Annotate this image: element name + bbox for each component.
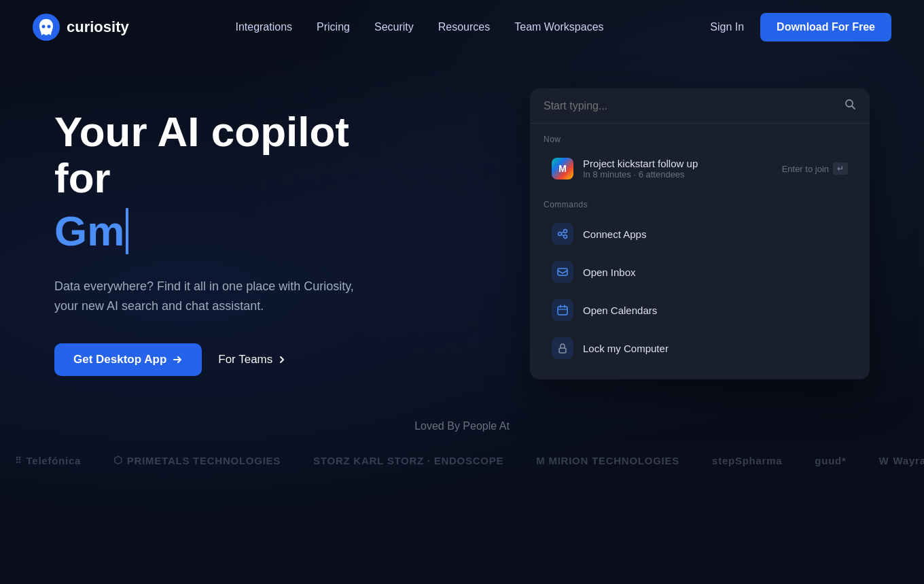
now-label: Now (544, 135, 856, 144)
download-button[interactable]: Download For Free (760, 13, 891, 41)
command-connect-apps[interactable]: Connect Apps (544, 216, 856, 252)
hero-buttons: Get Desktop App For Teams (54, 343, 408, 376)
svg-rect-8 (558, 307, 567, 315)
for-teams-button[interactable]: For Teams (218, 353, 287, 366)
svg-point-4 (558, 233, 562, 236)
logo-steppharma: stepSpharma (712, 455, 782, 466)
google-meet-icon: M (552, 158, 573, 179)
command-lock-computer[interactable]: Lock my Computer (544, 330, 856, 366)
logo-text: curiosity (67, 18, 129, 36)
svg-point-2 (48, 25, 51, 29)
get-desktop-app-button[interactable]: Get Desktop App (54, 343, 202, 376)
svg-point-5 (564, 230, 567, 233)
nav-links: Integrations Pricing Security Resources … (235, 21, 603, 33)
open-inbox-label: Open Inbox (583, 267, 636, 278)
meeting-content: Project kickstart follow up In 8 minutes… (583, 158, 772, 179)
logos-section: Loved By People At AIRBUS ⠿ Telefónica ⬡… (0, 379, 924, 480)
logo-telefonica: ⠿ Telefónica (15, 455, 81, 466)
logo-link[interactable]: curiosity (33, 14, 129, 41)
text-cursor (126, 208, 128, 254)
command-open-inbox[interactable]: Open Inbox (544, 254, 856, 290)
connect-apps-label: Connect Apps (583, 228, 646, 240)
svg-point-6 (564, 235, 567, 239)
nav-pricing[interactable]: Pricing (317, 21, 350, 33)
open-calendars-label: Open Calendars (583, 305, 657, 316)
meeting-title: Project kickstart follow up (583, 158, 772, 169)
hero-animated-word: Gm (54, 207, 408, 255)
commands-label: Commands (544, 200, 856, 209)
chevron-right-icon (277, 354, 287, 365)
logo-wayra: W Wayra Telefónica (879, 455, 924, 466)
logo-storz: STORZ KARL STORZ · ENDOSCOPE (313, 455, 503, 466)
hero-left: Your AI copilot for Gm Data everywhere? … (54, 95, 408, 376)
nav-security[interactable]: Security (374, 21, 414, 33)
lock-computer-label: Lock my Computer (583, 343, 669, 354)
logos-title: Loved By People At (0, 420, 924, 432)
connect-apps-icon (552, 223, 573, 245)
hero-animated-text-content: Gm (54, 207, 124, 255)
meeting-subtitle: In 8 minutes · 6 attendees (583, 169, 772, 179)
hero-description: Data everywhere? Find it all in one plac… (54, 277, 367, 316)
command-open-calendars[interactable]: Open Calendars (544, 292, 856, 328)
inbox-icon (552, 261, 573, 283)
hero-section: Your AI copilot for Gm Data everywhere? … (0, 54, 924, 379)
nav-right: Sign In Download For Free (710, 13, 891, 41)
logo-guud: guud* (815, 455, 846, 466)
lock-icon (552, 337, 573, 359)
commands-section: Commands Connect Apps (530, 194, 870, 379)
enter-key-icon: ↵ (833, 162, 848, 175)
svg-rect-9 (559, 348, 566, 353)
svg-point-1 (42, 25, 46, 29)
nav-integrations[interactable]: Integrations (235, 21, 292, 33)
demo-now-section: Now M Project kickstart follow up In 8 m… (530, 124, 870, 194)
calendar-icon (552, 299, 573, 321)
nav-team-workspaces[interactable]: Team Workspaces (514, 21, 603, 33)
demo-search-input[interactable] (544, 100, 837, 112)
demo-search-bar (530, 88, 870, 124)
curiosity-logo-icon (33, 14, 60, 41)
meeting-action: Enter to join ↵ (782, 162, 848, 175)
logo-mirion: M MIRION TECHNOLOGIES (536, 455, 679, 466)
sign-in-button[interactable]: Sign In (710, 21, 744, 33)
logo-primetals: ⬡ PRIMETALS TECHNOLOGIES (113, 454, 281, 466)
navigation: curiosity Integrations Pricing Security … (0, 0, 924, 54)
nav-resources[interactable]: Resources (438, 21, 490, 33)
demo-meeting-item[interactable]: M Project kickstart follow up In 8 minut… (544, 151, 856, 186)
search-icon (844, 98, 856, 114)
hero-title: Your AI copilot for (54, 109, 408, 201)
demo-panel: Now M Project kickstart follow up In 8 m… (530, 88, 870, 379)
arrow-right-icon (172, 354, 183, 365)
logos-strip: AIRBUS ⠿ Telefónica ⬡ PRIMETALS TECHNOLO… (0, 454, 924, 466)
